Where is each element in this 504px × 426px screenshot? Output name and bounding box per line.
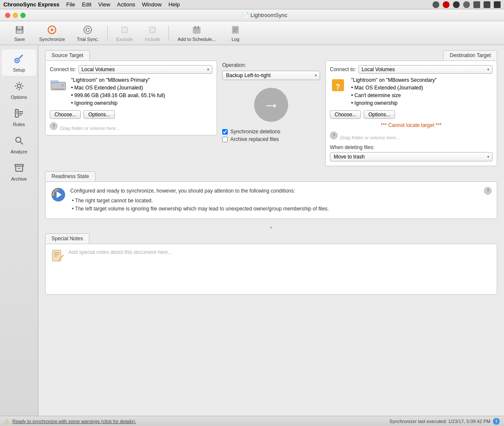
notes-icon	[51, 249, 64, 266]
svg-point-23	[16, 60, 18, 61]
schedule-icon	[192, 25, 202, 35]
info-icon[interactable]: i	[493, 418, 500, 425]
log-button[interactable]: Log	[223, 23, 248, 43]
dest-drag-hint: Drag folder or volume here...	[340, 135, 400, 140]
menu-actions[interactable]: Actions	[117, 1, 135, 8]
traffic-lights	[5, 13, 26, 18]
dest-volume-detail-1: Can't determine size	[351, 92, 437, 99]
toolbar-separator-1	[107, 26, 108, 41]
dest-volume-icon: ?	[330, 77, 347, 94]
trial-sync-button[interactable]: Trial Sync.	[72, 23, 104, 43]
source-help-icon[interactable]: ?	[50, 122, 57, 130]
titlebar: 📄 LightroomSync	[0, 9, 504, 21]
wrench-icon	[14, 53, 25, 66]
include-icon	[147, 25, 158, 35]
exclude-icon	[120, 25, 130, 35]
special-notes-tab[interactable]: Special Notes	[45, 233, 89, 244]
archive-replaced-label[interactable]: Archive replaced files	[230, 136, 279, 142]
window-title-text: LightroomSync	[250, 12, 287, 18]
dest-connect-select[interactable]: Local Volumes	[358, 65, 493, 74]
dest-volume-details: "Lightroom" on "MBowers Secondary" Mac O…	[351, 77, 437, 107]
operation-label: Operation:	[222, 62, 246, 68]
analyze-icon	[14, 135, 24, 147]
window-title: 📄 LightroomSync	[31, 12, 499, 18]
readiness-section: Readiness State Conf	[45, 171, 497, 219]
notes-placeholder: Add special notes about this document he…	[69, 249, 172, 255]
statusbar-left-text[interactable]: Ready to synchronize with some warnings …	[12, 419, 136, 424]
dest-help-icon[interactable]: ?	[330, 132, 338, 139]
exclude-button[interactable]: Exclude	[111, 23, 138, 43]
menu-view[interactable]: View	[98, 1, 110, 8]
source-volume-name: "Lightroom" on "MBowers Primary"	[71, 77, 165, 83]
close-button[interactable]	[5, 13, 10, 18]
source-volume-info: "Lightroom" on "MBowers Primary" Mac OS …	[50, 77, 212, 107]
when-deleting-label: When deleting files:	[330, 144, 493, 150]
minimize-button[interactable]	[13, 13, 18, 18]
source-bottom: ? Drag folder or volume here...	[50, 122, 212, 131]
statusbar-right: Synchronizer last executed: 1/23/17, 5:0…	[389, 418, 500, 425]
readiness-box: Configured and ready to synchronize, how…	[45, 181, 497, 219]
trial-sync-icon	[83, 25, 93, 35]
sidebar-item-analyze[interactable]: Analyze	[2, 132, 36, 158]
sync-targets-row: Source Target Connect to: Local Volumes	[45, 50, 497, 166]
add-to-schedule-button[interactable]: Add to Schedule...	[172, 23, 221, 43]
menu-help[interactable]: Help	[169, 1, 180, 8]
svg-point-24	[17, 84, 21, 88]
readiness-tab[interactable]: Readiness State	[45, 171, 95, 181]
source-connect-select[interactable]: Local Volumes	[78, 65, 212, 74]
special-notes-tab-row: Special Notes	[45, 233, 497, 244]
destination-target-box: Connect to: Local Volumes ?	[325, 60, 497, 166]
rules-icon	[14, 108, 24, 120]
operation-select[interactable]: Backup Left-to-right	[222, 71, 320, 80]
sidebar-item-archive[interactable]: Archive	[2, 159, 36, 185]
cannot-locate-row: *** Cannot locate target ***	[330, 122, 493, 128]
sidebar-options-label: Options	[11, 95, 27, 100]
readiness-text: Configured and ready to synchronize, how…	[70, 187, 480, 213]
readiness-help-icon[interactable]: ?	[484, 187, 492, 195]
save-label: Save	[14, 37, 25, 42]
sidebar-item-options[interactable]: Options	[2, 78, 36, 103]
include-button[interactable]: Include	[140, 23, 165, 43]
synchronize-button[interactable]: Synchronize	[34, 23, 70, 43]
notification-icon	[443, 1, 450, 8]
svg-point-32	[16, 137, 21, 142]
readiness-title: Configured and ready to synchronize, how…	[70, 187, 480, 195]
include-label: Include	[145, 37, 160, 42]
destination-target-tab[interactable]: Destination Target	[443, 50, 497, 60]
source-tab-row: Source Target	[45, 50, 217, 60]
menu-window[interactable]: Window	[142, 1, 161, 8]
source-target-section: Source Target Connect to: Local Volumes	[45, 50, 217, 166]
dest-options-button[interactable]: Options...	[364, 110, 395, 119]
menu-file[interactable]: File	[66, 1, 75, 8]
menubar: ChronoSync Express File Edit View Action…	[0, 0, 504, 9]
when-deleting-section: When deleting files: Move to trash	[330, 144, 493, 161]
save-button[interactable]: Save	[7, 23, 32, 43]
sync-options: Synchronize deletions Archive replaced f…	[222, 129, 320, 144]
dest-volume-detail-0: Mac OS Extended (Journaled)	[351, 84, 437, 92]
divider-dot: ●	[45, 224, 497, 230]
warning-icon: ⚠	[4, 418, 10, 425]
sidebar-item-setup[interactable]: Setup	[2, 49, 36, 76]
zoom-button[interactable]	[20, 13, 26, 18]
archive-replaced-checkbox[interactable]	[222, 137, 228, 142]
dest-choose-button[interactable]: Choose...	[330, 110, 361, 119]
svg-rect-1	[17, 26, 22, 29]
gear-icon	[14, 81, 24, 93]
source-volume-detail-1: 999.86 GB (349.16 GB avail, 65.1% full)	[71, 92, 165, 99]
source-options-button[interactable]: Options...	[83, 110, 115, 119]
source-volume-detail-2: Ignoring ownership	[71, 99, 165, 107]
sidebar-item-rules[interactable]: Rules	[2, 105, 36, 130]
source-connect-label: Connect to:	[50, 66, 76, 72]
source-choose-button[interactable]: Choose...	[50, 110, 81, 119]
readiness-row: Configured and ready to synchronize, how…	[51, 187, 492, 213]
dest-connect-select-wrapper: Local Volumes	[358, 65, 493, 74]
dest-connect-label: Connect to:	[330, 66, 356, 72]
source-target-box: Connect to: Local Volumes	[45, 60, 217, 135]
source-target-tab[interactable]: Source Target	[45, 50, 90, 60]
destination-tab-row: Destination Target	[325, 50, 497, 60]
sync-deletions-checkbox[interactable]	[222, 129, 228, 135]
menu-edit[interactable]: Edit	[82, 1, 91, 8]
sync-deletions-label[interactable]: Synchronize deletions	[230, 129, 280, 135]
when-deleting-select[interactable]: Move to trash	[330, 152, 493, 161]
dest-volume-info: ? "Lightroom" on "MBowers Secondary" Mac…	[330, 77, 493, 107]
